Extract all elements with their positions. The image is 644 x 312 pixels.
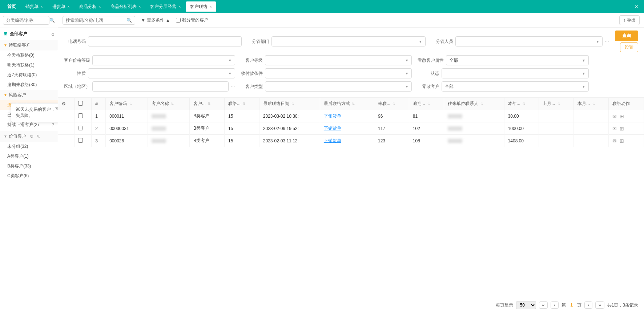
filter-customer-type-select[interactable]: ▼ bbox=[265, 81, 412, 92]
tab-product-analysis[interactable]: 商品分析 × bbox=[75, 1, 105, 12]
message-icon[interactable]: ✉ bbox=[612, 113, 617, 119]
filter-payment-select[interactable]: ▼ bbox=[265, 68, 412, 78]
sidebar-item-today-contact[interactable]: 今天待联络(0) bbox=[0, 50, 58, 60]
th-name[interactable]: 客户名称 ⇅ bbox=[148, 98, 189, 110]
sidebar-item-tomorrow-contact[interactable]: 明天待联络(1) bbox=[0, 60, 58, 70]
contact-method-link[interactable]: 下销货单 bbox=[324, 138, 341, 143]
th-last-contact-date[interactable]: 最后联络日期 ⇅ bbox=[259, 98, 320, 110]
tab-home[interactable]: 首页 bbox=[3, 1, 20, 12]
grid-action-icon[interactable]: ⊞ bbox=[620, 138, 624, 144]
filter-retail-select[interactable]: 全部 ▼ bbox=[442, 81, 589, 92]
tooltip-box: 90天未交易的客户，可能有流失风险。 bbox=[11, 103, 58, 122]
sidebar-item-c-class[interactable]: C类客户(6) bbox=[0, 171, 58, 181]
filter-dept-select[interactable]: ▼ bbox=[271, 36, 425, 46]
last-page-btn[interactable]: » bbox=[595, 301, 604, 309]
tab-customer-link-close[interactable]: × bbox=[210, 5, 212, 9]
tab-product-analysis-close[interactable]: × bbox=[99, 5, 101, 9]
sort-icon-name[interactable]: ⇅ bbox=[171, 102, 174, 106]
more-conditions-btn[interactable]: ▼ 更多条件 ▲ bbox=[138, 16, 173, 25]
tab-sales[interactable]: 销货单 × bbox=[21, 1, 47, 12]
refresh-icon[interactable]: ↻ bbox=[30, 134, 33, 139]
filter-price-level-select[interactable]: ▼ bbox=[92, 55, 235, 65]
sort-icon-this-month[interactable]: ⇅ bbox=[592, 102, 595, 106]
tab-purchase-close[interactable]: × bbox=[68, 5, 70, 9]
th-code[interactable]: 客户编码 ⇅ bbox=[106, 98, 148, 110]
tab-product-analysis-list-close[interactable]: × bbox=[139, 5, 141, 9]
grid-action-icon[interactable]: ⊞ bbox=[620, 113, 624, 119]
row-checkbox[interactable] bbox=[78, 113, 83, 118]
section-risk-title: 风险客户 bbox=[9, 92, 26, 98]
th-last-month[interactable]: 上月... ⇅ bbox=[539, 98, 574, 110]
sort-icon-year[interactable]: ⇅ bbox=[522, 102, 525, 106]
sidebar-search-input[interactable] bbox=[3, 16, 49, 25]
filter-retail-attr-select[interactable]: 全部 ▼ bbox=[446, 55, 589, 65]
sort-icon-contact[interactable]: ⇅ bbox=[242, 102, 245, 106]
sort-icon-code[interactable]: ⇅ bbox=[129, 102, 132, 106]
tab-sales-close[interactable]: × bbox=[41, 5, 43, 9]
sidebar-item-b-class[interactable]: B类客户(33) bbox=[0, 161, 58, 171]
th-contact[interactable]: 联络... ⇅ bbox=[224, 98, 259, 110]
next-page-btn[interactable]: › bbox=[584, 301, 592, 309]
per-page-select[interactable]: 50 100 200 bbox=[516, 301, 536, 309]
filter-phone-input[interactable] bbox=[88, 36, 242, 46]
message-icon[interactable]: ✉ bbox=[612, 126, 617, 131]
tab-product-analysis-list[interactable]: 商品分析列表 × bbox=[106, 1, 145, 12]
sidebar-section-value[interactable]: ▼ 价值客户 ↻ ✎ bbox=[0, 131, 58, 142]
edit-icon[interactable]: ✎ bbox=[36, 134, 40, 139]
more-icon[interactable]: ··· bbox=[605, 39, 609, 44]
th-type[interactable]: 客户... ⇅ bbox=[190, 98, 225, 110]
query-button[interactable]: 查询 bbox=[615, 31, 638, 41]
row-checkbox[interactable] bbox=[78, 126, 83, 130]
tab-customer-segment[interactable]: 客户分层经营 × bbox=[146, 1, 185, 12]
th-overdue[interactable]: 逾期... ⇅ bbox=[409, 98, 444, 110]
grid-action-icon[interactable]: ⊞ bbox=[620, 126, 624, 131]
collapse-icon[interactable]: « bbox=[51, 31, 54, 37]
settings-button[interactable]: 设置 bbox=[620, 42, 638, 52]
tab-purchase[interactable]: 进货单 × bbox=[48, 1, 74, 12]
sort-icon-uncontacted[interactable]: ⇅ bbox=[392, 102, 395, 106]
contact-method-link[interactable]: 下销货单 bbox=[324, 126, 341, 131]
tab-customer-segment-close[interactable]: × bbox=[178, 5, 181, 9]
filter-phone-label: 电话号码 bbox=[64, 39, 86, 45]
tab-customer-link[interactable]: 客户联络 × bbox=[186, 1, 216, 12]
export-button[interactable]: ↑ 导出 bbox=[619, 15, 640, 25]
sort-icon-unit[interactable]: ⇅ bbox=[480, 102, 483, 106]
prev-page-btn[interactable]: ‹ bbox=[551, 301, 559, 309]
select-all-checkbox[interactable] bbox=[78, 101, 83, 106]
filter-status-select[interactable]: ▼ bbox=[442, 68, 589, 78]
sort-icon-date[interactable]: ⇅ bbox=[291, 102, 294, 106]
sidebar-item-a-class[interactable]: A类客户(1) bbox=[0, 151, 58, 161]
sidebar-item-week-contact[interactable]: 近7天待联络(0) bbox=[0, 70, 58, 80]
sidebar-section-pending[interactable]: ▼ 待联络客户 bbox=[0, 40, 58, 50]
sidebar-item-overdue-contact[interactable]: 逾期未联络(30) bbox=[0, 80, 58, 90]
my-customers-checkbox[interactable] bbox=[176, 18, 181, 23]
sort-icon-method[interactable]: ⇅ bbox=[352, 102, 355, 106]
th-uncontacted[interactable]: 未联... ⇅ bbox=[374, 98, 409, 110]
per-page-label: 每页显示 bbox=[496, 302, 513, 308]
filter-manager-select[interactable]: ▼ bbox=[455, 36, 603, 46]
sidebar-all-customers[interactable]: ⊞ 全部客户 « bbox=[0, 28, 58, 40]
chevron-down-icon8: ▼ bbox=[582, 72, 585, 76]
sort-icon-type[interactable]: ⇅ bbox=[208, 102, 210, 106]
first-page-btn[interactable]: « bbox=[539, 301, 548, 309]
cell-name bbox=[148, 110, 189, 122]
th-settings[interactable]: ⚙ bbox=[58, 98, 74, 110]
filter-region-select[interactable] bbox=[92, 81, 229, 92]
window-close-button[interactable]: × bbox=[632, 3, 641, 10]
more-icon2[interactable]: ··· bbox=[231, 84, 235, 89]
th-this-year[interactable]: 本年... ⇅ bbox=[504, 98, 539, 110]
th-last-contact-method[interactable]: 最后联络方式 ⇅ bbox=[320, 98, 374, 110]
filter-customer-level-select[interactable]: ▼ bbox=[265, 55, 412, 65]
sort-icon-last-month[interactable]: ⇅ bbox=[557, 102, 560, 106]
message-icon[interactable]: ✉ bbox=[612, 138, 617, 144]
sidebar-item-ungrouped[interactable]: 未分组(32) bbox=[0, 142, 58, 151]
search-input[interactable] bbox=[66, 18, 124, 23]
my-customers-checkbox-label[interactable]: 我分管的客户 bbox=[176, 17, 208, 23]
contact-method-link[interactable]: 下销货单 bbox=[324, 113, 341, 118]
sidebar-section-risk[interactable]: ▼ 风险客户 bbox=[0, 90, 58, 100]
filter-nature-select[interactable]: ▼ bbox=[88, 68, 235, 78]
sort-icon-overdue[interactable]: ⇅ bbox=[427, 102, 430, 106]
th-this-month[interactable]: 本月... ⇅ bbox=[574, 98, 609, 110]
row-checkbox[interactable] bbox=[78, 138, 83, 143]
th-unit-contacts[interactable]: 往来单位联系人 ⇅ bbox=[444, 98, 504, 110]
